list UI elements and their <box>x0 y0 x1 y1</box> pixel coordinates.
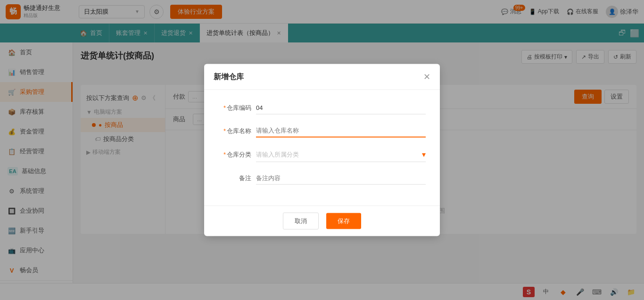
warehouse-code-input[interactable] <box>256 101 426 115</box>
modal-header: 新增仓库 ✕ <box>204 64 440 90</box>
modal-body: *仓库编码 *仓库名称 *仓库分类 请输入所属分类 ▾ 备注 <box>204 90 440 206</box>
cancel-button[interactable]: 取消 <box>283 213 319 230</box>
warehouse-code-field: *仓库编码 <box>218 101 426 115</box>
warehouse-category-field: *仓库分类 请输入所属分类 ▾ <box>218 147 426 162</box>
save-button[interactable]: 保存 <box>326 213 361 229</box>
modal-title: 新增仓库 <box>214 72 244 82</box>
warehouse-name-input[interactable] <box>256 124 426 138</box>
modal-new-warehouse: 新增仓库 ✕ *仓库编码 *仓库名称 *仓库分类 请输入所属分类 ▾ <box>204 64 440 236</box>
warehouse-category-select[interactable]: 请输入所属分类 ▾ <box>256 147 426 162</box>
warehouse-code-label: *仓库编码 <box>218 104 256 112</box>
warehouse-category-label: *仓库分类 <box>218 150 256 159</box>
select-arrow-icon: ▾ <box>422 150 426 159</box>
warehouse-name-field: *仓库名称 <box>218 124 426 138</box>
modal-close-button[interactable]: ✕ <box>423 72 430 82</box>
warehouse-name-label: *仓库名称 <box>218 126 256 135</box>
remark-field: 备注 <box>218 172 426 185</box>
remark-label: 备注 <box>218 174 256 183</box>
remark-input[interactable] <box>256 172 426 185</box>
modal-footer: 取消 保存 <box>204 206 440 236</box>
